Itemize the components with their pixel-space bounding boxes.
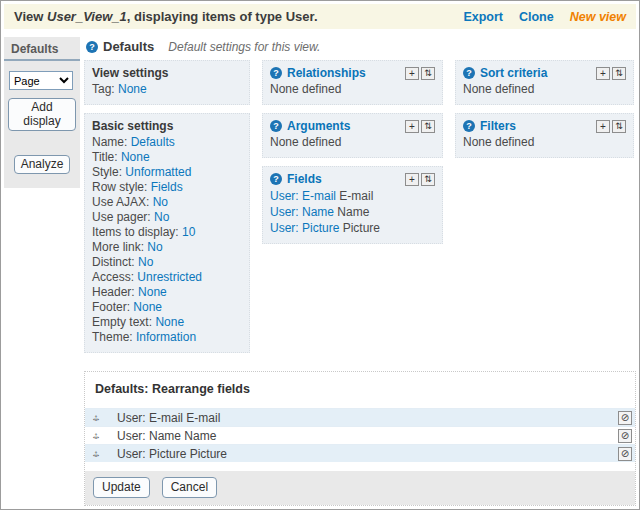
- tab-defaults[interactable]: Defaults: [4, 37, 80, 61]
- add-field-icon[interactable]: +: [405, 173, 419, 186]
- footer-value-link[interactable]: None: [133, 300, 162, 314]
- field-item: User: Name Name: [270, 204, 435, 220]
- setting-row-empty-text: Empty text: None: [92, 315, 242, 330]
- add-relationship-icon[interactable]: +: [405, 67, 419, 80]
- tag-value-link[interactable]: None: [118, 82, 147, 96]
- basic-settings-box: Basic settings Name: Defaults Title: Non…: [84, 113, 250, 353]
- setting-row-access: Access: Unrestricted: [92, 270, 242, 285]
- field-name-link[interactable]: User: Name: [270, 205, 334, 219]
- row-style-value-link[interactable]: Fields: [151, 180, 183, 194]
- use-pager-value-link[interactable]: No: [154, 210, 169, 224]
- arguments-empty-text: None defined: [270, 135, 435, 150]
- help-icon[interactable]: ?: [463, 67, 475, 79]
- setting-row-use-ajax: Use AJAX: No: [92, 195, 242, 210]
- sort-criteria-title-link[interactable]: Sort criteria: [480, 66, 547, 80]
- theme-value-link[interactable]: Information: [136, 330, 196, 344]
- arguments-title-link[interactable]: Arguments: [287, 119, 350, 133]
- help-icon[interactable]: ?: [463, 120, 475, 132]
- help-icon[interactable]: ?: [270, 67, 282, 79]
- header-value-link[interactable]: None: [138, 285, 167, 299]
- sort-criteria-box: ? Sort criteria + ⇅ None defined: [455, 60, 634, 105]
- rearrange-row-label: User: Name Name: [117, 429, 216, 443]
- more-link-value-link[interactable]: No: [147, 240, 162, 254]
- title-value-link[interactable]: None: [121, 150, 150, 164]
- setting-row-tag: Tag: None: [92, 82, 242, 97]
- section-title: Defaults: [103, 39, 154, 54]
- add-display-button[interactable]: Add display: [8, 98, 76, 131]
- cancel-button[interactable]: Cancel: [162, 477, 217, 498]
- analyze-button[interactable]: Analyze: [14, 155, 71, 174]
- setting-row-theme: Theme: Information: [92, 330, 242, 345]
- field-item: User: E-mail E-mail: [270, 188, 435, 204]
- view-settings-box: View settings Tag: None: [84, 60, 250, 105]
- rearrange-row-label: User: E-mail E-mail: [117, 411, 220, 425]
- section-subtitle: Default settings for this view.: [168, 40, 320, 54]
- display-sidebar: Defaults Page Add display Analyze: [4, 37, 80, 188]
- add-sort-icon[interactable]: +: [596, 67, 610, 80]
- access-value-link[interactable]: Unrestricted: [137, 270, 202, 284]
- setting-row-name: Name: Defaults: [92, 135, 242, 150]
- relationships-box: ? Relationships + ⇅ None defined: [262, 60, 443, 105]
- add-argument-icon[interactable]: +: [405, 120, 419, 133]
- setting-row-style: Style: Unformatted: [92, 165, 242, 180]
- rearrange-fields-icon[interactable]: ⇅: [421, 173, 435, 186]
- field-item: User: Picture Picture: [270, 220, 435, 236]
- rearrange-arguments-icon[interactable]: ⇅: [421, 120, 435, 133]
- filters-title-link[interactable]: Filters: [480, 119, 516, 133]
- clone-link[interactable]: Clone: [519, 10, 554, 24]
- rearrange-panel-title: Defaults: Rearrange fields: [85, 372, 635, 408]
- filters-box: ? Filters + ⇅ None defined: [455, 113, 634, 158]
- remove-field-icon[interactable]: ⊘: [618, 411, 632, 425]
- new-view-link[interactable]: New view: [570, 10, 626, 24]
- display-type-select[interactable]: Page: [9, 71, 73, 90]
- distinct-value-link[interactable]: No: [138, 255, 153, 269]
- title-prefix: View: [14, 9, 47, 24]
- export-link[interactable]: Export: [463, 10, 503, 24]
- rearrange-row: ↔↕ User: Picture Picture ⊘: [85, 444, 635, 462]
- name-value-link[interactable]: Defaults: [131, 135, 175, 149]
- help-icon[interactable]: ?: [86, 41, 98, 53]
- remove-field-icon[interactable]: ⊘: [618, 447, 632, 461]
- view-name: User_View_1: [47, 9, 127, 24]
- fields-box: ? Fields + ⇅ User: E-mail E-mail User: N…: [262, 166, 443, 244]
- help-icon[interactable]: ?: [270, 120, 282, 132]
- items-to-display-value-link[interactable]: 10: [182, 225, 195, 239]
- view-header-bar: View User_View_1, displaying items of ty…: [4, 4, 636, 29]
- setting-row-distinct: Distinct: No: [92, 255, 242, 270]
- add-filter-icon[interactable]: +: [596, 120, 610, 133]
- style-value-link[interactable]: Unformatted: [125, 165, 191, 179]
- setting-row-items-to-display: Items to display: 10: [92, 225, 242, 240]
- remove-field-icon[interactable]: ⊘: [618, 429, 632, 443]
- sort-criteria-empty-text: None defined: [463, 82, 626, 97]
- view-settings-title: View settings: [92, 66, 242, 80]
- arguments-box: ? Arguments + ⇅ None defined: [262, 113, 443, 158]
- filters-empty-text: None defined: [463, 135, 626, 150]
- fields-title-link[interactable]: Fields: [287, 172, 322, 186]
- basic-settings-title: Basic settings: [92, 119, 242, 133]
- drag-handle-icon[interactable]: ↔↕: [89, 411, 103, 425]
- use-ajax-value-link[interactable]: No: [153, 195, 168, 209]
- title-suffix: , displaying items of type User.: [127, 9, 318, 24]
- empty-text-value-link[interactable]: None: [155, 315, 184, 329]
- rearrange-filters-icon[interactable]: ⇅: [612, 120, 626, 133]
- relationships-empty-text: None defined: [270, 82, 435, 97]
- setting-row-more-link: More link: No: [92, 240, 242, 255]
- setting-row-row-style: Row style: Fields: [92, 180, 242, 195]
- rearrange-row: ↔↕ User: Name Name ⊘: [85, 426, 635, 444]
- header-links: Export Clone New view: [463, 10, 626, 24]
- field-picture-link[interactable]: User: Picture: [270, 221, 339, 235]
- rearrange-sorts-icon[interactable]: ⇅: [612, 67, 626, 80]
- field-email-link[interactable]: User: E-mail: [270, 189, 336, 203]
- setting-row-footer: Footer: None: [92, 300, 242, 315]
- rearrange-fields-panel: Defaults: Rearrange fields ↔↕ User: E-ma…: [84, 371, 636, 506]
- relationships-title-link[interactable]: Relationships: [287, 66, 366, 80]
- section-header: ? Defaults Default settings for this vie…: [84, 37, 636, 60]
- help-icon[interactable]: ?: [270, 173, 282, 185]
- drag-handle-icon[interactable]: ↔↕: [89, 429, 103, 443]
- drag-handle-icon[interactable]: ↔↕: [89, 447, 103, 461]
- setting-row-header: Header: None: [92, 285, 242, 300]
- update-button[interactable]: Update: [93, 477, 150, 498]
- rearrange-relationships-icon[interactable]: ⇅: [421, 67, 435, 80]
- views-ui-page: View User_View_1, displaying items of ty…: [0, 0, 640, 510]
- display-settings-main: ? Defaults Default settings for this vie…: [80, 37, 636, 506]
